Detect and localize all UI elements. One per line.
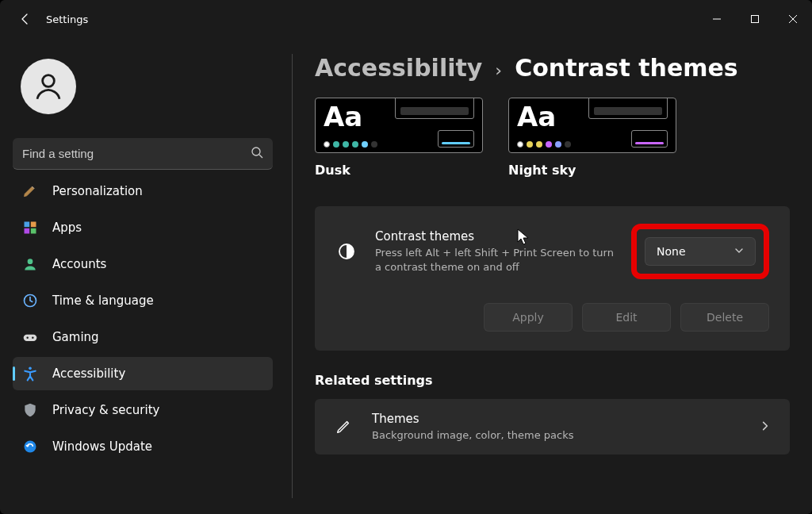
maximize-button[interactable] (736, 0, 774, 38)
window-controls (698, 0, 812, 38)
pen-icon (334, 417, 353, 436)
preview-swatches-icon (517, 141, 571, 148)
close-button[interactable] (774, 0, 812, 38)
chevron-right-icon: › (495, 60, 502, 80)
theme-preview-label: Dusk (315, 163, 483, 178)
preview-mockup-icon (395, 98, 474, 119)
sidebar: Personalization Apps Accounts (0, 38, 285, 514)
svg-rect-0 (752, 16, 759, 23)
link-title: Themes (372, 412, 574, 426)
theme-preview-dusk[interactable]: Aa Dusk (315, 98, 483, 178)
sidebar-item-label: Personalization (52, 184, 143, 198)
sidebar-item-label: Apps (52, 221, 82, 235)
svg-point-11 (32, 337, 34, 339)
sidebar-item-label: Accessibility (52, 366, 125, 381)
delete-button[interactable]: Delete (680, 303, 769, 332)
search-input[interactable] (22, 147, 251, 160)
svg-rect-9 (24, 335, 37, 341)
window-title: Settings (46, 13, 88, 25)
preview-mockup-icon (631, 130, 668, 148)
svg-rect-3 (25, 222, 30, 228)
sidebar-item-windows-update[interactable]: Windows Update (13, 430, 273, 463)
dropdown-value: None (657, 245, 686, 258)
themes-link-card[interactable]: Themes Background image, color, theme pa… (315, 399, 790, 455)
svg-rect-6 (31, 228, 36, 234)
svg-point-7 (28, 259, 33, 264)
theme-preview-night-sky[interactable]: Aa Night sky (508, 98, 676, 178)
preview-mockup-icon (588, 98, 668, 119)
svg-rect-4 (31, 222, 36, 228)
chevron-right-icon (760, 420, 771, 434)
link-description: Background image, color, theme packs (372, 428, 574, 443)
sidebar-item-gaming[interactable]: Gaming (13, 320, 273, 354)
breadcrumb: Accessibility › Contrast themes (315, 54, 790, 82)
contrast-themes-card: Contrast themes Press left Alt + left Sh… (315, 206, 790, 351)
related-settings-heading: Related settings (315, 373, 790, 388)
chevron-down-icon (734, 245, 744, 258)
sidebar-item-label: Accounts (52, 257, 106, 271)
setting-description: Press left Alt + left Shift + Print Scre… (375, 246, 614, 274)
sidebar-item-accounts[interactable]: Accounts (13, 247, 273, 281)
nav-list: Personalization Apps Accounts (13, 179, 273, 501)
gamepad-icon (22, 329, 38, 345)
search-icon (251, 146, 263, 161)
edit-button[interactable]: Edit (582, 303, 671, 332)
half-circle-icon (335, 240, 358, 263)
sidebar-item-apps[interactable]: Apps (13, 211, 273, 244)
svg-point-12 (29, 367, 32, 370)
clock-globe-icon (22, 293, 38, 309)
sidebar-item-label: Windows Update (52, 439, 152, 454)
breadcrumb-parent[interactable]: Accessibility (315, 54, 482, 82)
svg-point-10 (26, 337, 29, 339)
update-icon (22, 439, 38, 455)
theme-preview-label: Night sky (508, 163, 676, 178)
sidebar-item-accessibility[interactable]: Accessibility (13, 357, 273, 390)
svg-point-13 (25, 441, 36, 453)
sidebar-item-label: Privacy & security (52, 403, 159, 417)
sidebar-item-label: Gaming (52, 330, 99, 344)
settings-window: Settings (0, 0, 812, 514)
setting-title: Contrast themes (375, 229, 614, 244)
user-avatar[interactable] (21, 59, 76, 114)
highlight-annotation: None (631, 224, 769, 279)
svg-point-2 (252, 148, 260, 155)
sidebar-item-time-language[interactable]: Time & language (13, 284, 273, 317)
apply-button[interactable]: Apply (484, 303, 573, 332)
apps-icon (22, 220, 38, 236)
shield-icon (22, 402, 38, 418)
sidebar-item-personalization[interactable]: Personalization (13, 179, 273, 208)
svg-point-1 (43, 75, 55, 87)
theme-previews: Aa Dusk (315, 98, 790, 178)
page-title: Contrast themes (515, 54, 738, 82)
preview-mockup-icon (438, 130, 474, 148)
content-area: Accessibility › Contrast themes Aa (285, 38, 812, 514)
search-field[interactable] (13, 138, 273, 170)
minimize-button[interactable] (698, 0, 736, 38)
svg-rect-5 (25, 228, 30, 234)
title-bar: Settings (0, 0, 812, 38)
paintbrush-icon (22, 183, 38, 199)
contrast-theme-dropdown[interactable]: None (645, 237, 756, 266)
sidebar-item-label: Time & language (52, 293, 154, 308)
person-icon (22, 256, 38, 272)
sidebar-item-privacy[interactable]: Privacy & security (13, 393, 273, 427)
back-button[interactable] (8, 2, 43, 36)
accessibility-icon (22, 366, 38, 382)
preview-swatches-icon (324, 141, 377, 148)
